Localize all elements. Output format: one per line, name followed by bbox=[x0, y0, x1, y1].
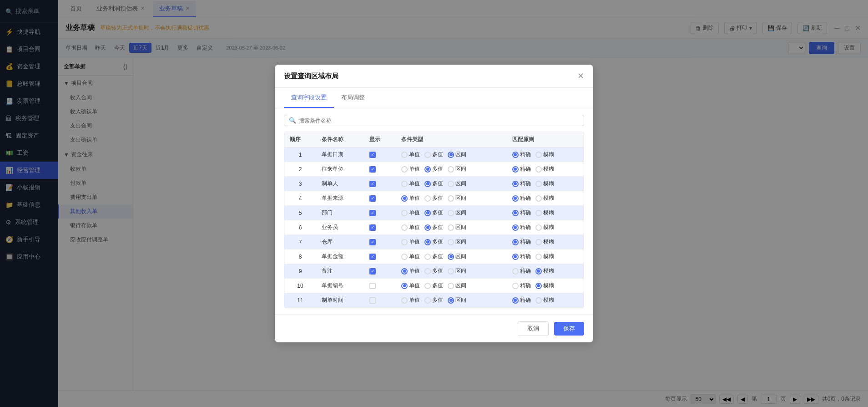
radio-multi-3[interactable]: 多值 bbox=[424, 194, 443, 202]
row-type-3[interactable]: 单值多值区间 bbox=[396, 191, 507, 206]
radio-range-4[interactable]: 区间 bbox=[448, 209, 466, 217]
modal-overlay[interactable]: 设置查询区域布局 ✕ 查询字段设置布局调整 🔍 顺序条件名称显示条件类型匹配原则… bbox=[0, 0, 868, 407]
row-show-5[interactable] bbox=[364, 220, 396, 235]
radio-range-1[interactable]: 区间 bbox=[448, 165, 466, 173]
radio-multi-6[interactable]: 多值 bbox=[424, 238, 443, 246]
row-show-7[interactable] bbox=[364, 249, 396, 264]
radio-range-2[interactable]: 区间 bbox=[448, 180, 466, 188]
row-type-10[interactable]: 单值多值区间 bbox=[396, 293, 507, 308]
radio-multi-1[interactable]: 多值 bbox=[424, 165, 443, 173]
radio-multi-7[interactable]: 多值 bbox=[424, 253, 443, 260]
row-show-0[interactable] bbox=[364, 148, 396, 162]
radio-exact-0[interactable]: 精确 bbox=[512, 151, 531, 158]
row-type-8[interactable]: 单值多值区间 bbox=[396, 264, 507, 279]
row-match-10[interactable]: 精确模糊 bbox=[507, 293, 584, 308]
row-show-6[interactable] bbox=[364, 235, 396, 249]
radio-multi-2[interactable]: 多值 bbox=[424, 180, 443, 188]
radio-multi-10[interactable]: 多值 bbox=[424, 296, 443, 304]
row-show-1[interactable] bbox=[364, 162, 396, 177]
row-match-5[interactable]: 精确模糊 bbox=[507, 220, 584, 235]
radio-range-6[interactable]: 区间 bbox=[448, 238, 466, 246]
row-match-3[interactable]: 精确模糊 bbox=[507, 191, 584, 206]
row-type-0[interactable]: 单值多值区间 bbox=[396, 148, 507, 162]
row-match-8[interactable]: 精确模糊 bbox=[507, 264, 584, 279]
row-show-10[interactable] bbox=[364, 293, 396, 308]
row-type-5[interactable]: 单值多值区间 bbox=[396, 220, 507, 235]
radio-range-5[interactable]: 区间 bbox=[448, 224, 466, 231]
radio-range-8[interactable]: 区间 bbox=[448, 267, 466, 275]
row-type-7[interactable]: 单值多值区间 bbox=[396, 249, 507, 264]
radio-single-3[interactable]: 单值 bbox=[401, 194, 420, 202]
radio-exact-3[interactable]: 精确 bbox=[512, 194, 531, 202]
row-match-1[interactable]: 精确模糊 bbox=[507, 162, 584, 177]
radio-fuzzy-0[interactable]: 模糊 bbox=[535, 151, 554, 158]
radio-multi-9[interactable]: 多值 bbox=[424, 282, 443, 290]
radio-single-8[interactable]: 单值 bbox=[401, 267, 420, 275]
radio-fuzzy-9[interactable]: 模糊 bbox=[535, 282, 554, 290]
checkbox-show-6[interactable] bbox=[369, 239, 376, 245]
row-type-1[interactable]: 单值多值区间 bbox=[396, 162, 507, 177]
radio-exact-1[interactable]: 精确 bbox=[512, 165, 531, 173]
cancel-button[interactable]: 取消 bbox=[518, 321, 549, 336]
radio-exact-9[interactable]: 精确 bbox=[512, 282, 531, 290]
radio-fuzzy-1[interactable]: 模糊 bbox=[535, 165, 554, 173]
radio-multi-5[interactable]: 多值 bbox=[424, 224, 443, 231]
row-type-4[interactable]: 单值多值区间 bbox=[396, 206, 507, 220]
modal-tab-1[interactable]: 布局调整 bbox=[334, 88, 372, 108]
row-match-7[interactable]: 精确模糊 bbox=[507, 249, 584, 264]
checkbox-show-5[interactable] bbox=[369, 224, 376, 231]
radio-fuzzy-4[interactable]: 模糊 bbox=[535, 209, 554, 217]
row-show-4[interactable] bbox=[364, 206, 396, 220]
radio-single-1[interactable]: 单值 bbox=[401, 165, 420, 173]
radio-exact-5[interactable]: 精确 bbox=[512, 224, 531, 231]
radio-range-7[interactable]: 区间 bbox=[448, 253, 466, 260]
radio-single-5[interactable]: 单值 bbox=[401, 224, 420, 231]
row-match-2[interactable]: 精确模糊 bbox=[507, 177, 584, 191]
radio-exact-2[interactable]: 精确 bbox=[512, 180, 531, 188]
row-match-4[interactable]: 精确模糊 bbox=[507, 206, 584, 220]
radio-single-10[interactable]: 单值 bbox=[401, 296, 420, 304]
radio-exact-7[interactable]: 精确 bbox=[512, 253, 531, 260]
radio-range-9[interactable]: 区间 bbox=[448, 282, 466, 290]
save-button[interactable]: 保存 bbox=[554, 322, 584, 336]
radio-fuzzy-10[interactable]: 模糊 bbox=[535, 296, 554, 304]
checkbox-show-3[interactable] bbox=[369, 195, 376, 202]
radio-fuzzy-8[interactable]: 模糊 bbox=[535, 267, 554, 275]
radio-single-0[interactable]: 单值 bbox=[401, 151, 420, 158]
radio-fuzzy-3[interactable]: 模糊 bbox=[535, 194, 554, 202]
radio-exact-10[interactable]: 精确 bbox=[512, 296, 531, 304]
row-type-6[interactable]: 单值多值区间 bbox=[396, 235, 507, 249]
radio-exact-6[interactable]: 精确 bbox=[512, 238, 531, 246]
row-match-6[interactable]: 精确模糊 bbox=[507, 235, 584, 249]
radio-exact-8[interactable]: 精确 bbox=[512, 267, 531, 275]
modal-search-input[interactable] bbox=[299, 117, 390, 124]
radio-multi-8[interactable]: 多值 bbox=[424, 267, 443, 275]
radio-range-3[interactable]: 区间 bbox=[448, 194, 466, 202]
radio-fuzzy-2[interactable]: 模糊 bbox=[535, 180, 554, 188]
row-show-2[interactable] bbox=[364, 177, 396, 191]
row-show-8[interactable] bbox=[364, 264, 396, 279]
radio-single-2[interactable]: 单值 bbox=[401, 180, 420, 188]
row-show-9[interactable] bbox=[364, 279, 396, 293]
radio-multi-0[interactable]: 多值 bbox=[424, 151, 443, 158]
radio-multi-4[interactable]: 多值 bbox=[424, 209, 443, 217]
radio-single-6[interactable]: 单值 bbox=[401, 238, 420, 246]
radio-fuzzy-5[interactable]: 模糊 bbox=[535, 224, 554, 231]
checkbox-show-2[interactable] bbox=[369, 181, 376, 187]
row-type-9[interactable]: 单值多值区间 bbox=[396, 279, 507, 293]
radio-range-10[interactable]: 区间 bbox=[448, 296, 466, 304]
checkbox-show-9[interactable] bbox=[369, 283, 376, 289]
checkbox-show-7[interactable] bbox=[369, 254, 376, 260]
radio-fuzzy-7[interactable]: 模糊 bbox=[535, 253, 554, 260]
radio-single-7[interactable]: 单值 bbox=[401, 253, 420, 260]
modal-close-button[interactable]: ✕ bbox=[577, 71, 584, 81]
row-type-2[interactable]: 单值多值区间 bbox=[396, 177, 507, 191]
row-show-3[interactable] bbox=[364, 191, 396, 206]
checkbox-show-1[interactable] bbox=[369, 166, 376, 173]
checkbox-show-4[interactable] bbox=[369, 210, 376, 216]
radio-range-0[interactable]: 区间 bbox=[448, 151, 466, 158]
modal-tab-0[interactable]: 查询字段设置 bbox=[284, 88, 334, 108]
row-match-0[interactable]: 精确模糊 bbox=[507, 148, 584, 162]
radio-fuzzy-6[interactable]: 模糊 bbox=[535, 238, 554, 246]
checkbox-show-8[interactable] bbox=[369, 268, 376, 275]
